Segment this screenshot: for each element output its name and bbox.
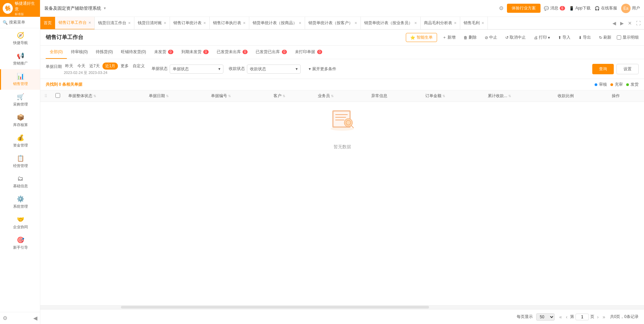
sidebar-item-xinshou[interactable]: 🎯 新手引导 xyxy=(0,233,40,253)
tab-staff-stat[interactable]: 销货单统计表（按业务员） ✕ xyxy=(361,17,421,30)
print-btn[interactable]: 🖨 打印 ▾ xyxy=(531,33,553,42)
unaudit-btn[interactable]: 充审 xyxy=(610,82,623,87)
tab-money-clear[interactable]: 钱货日清对账 ✕ xyxy=(134,17,170,30)
tab-next-btn[interactable]: ▶ xyxy=(619,20,625,27)
message-btn[interactable]: 💬 消息 6 xyxy=(544,5,565,11)
user-btn[interactable]: Ea 用户 xyxy=(621,4,640,13)
sidebar-item-kuaijie[interactable]: 🧭 快捷导航 xyxy=(0,28,40,49)
tab-fullscreen-btn[interactable]: ⛶ xyxy=(635,20,642,27)
topbar-gear-icon[interactable]: ⚙ xyxy=(499,5,504,11)
stop-btn[interactable]: ⊘ 中止 xyxy=(482,33,500,42)
sidebar-item-xitong[interactable]: ⚙️ 系统管理 xyxy=(0,192,40,212)
filter-tab-pending[interactable]: 待审核(0) xyxy=(67,46,92,59)
sidebar-item-zijin[interactable]: 💰 资金管理 xyxy=(0,131,40,151)
add-btn[interactable]: ＋ 新增 xyxy=(440,33,458,42)
date-opt-custom[interactable]: 自定义 xyxy=(131,63,146,70)
tab-sales-profit[interactable]: 销售毛利 ✕ xyxy=(460,17,488,30)
page-prev-btn[interactable]: ‹ xyxy=(565,314,569,320)
scroll-bar-track[interactable] xyxy=(121,306,429,309)
tab-sales-order-close[interactable]: ✕ xyxy=(88,21,91,25)
th-status-sort[interactable]: 单据整体状态 ⇅ xyxy=(68,93,141,99)
industry-btn[interactable]: 体验行业方案 xyxy=(507,4,541,13)
sidebar-item-kucun[interactable]: 📦 库存核算 xyxy=(0,110,40,131)
select-all-checkbox[interactable] xyxy=(55,93,60,98)
date-opt-today[interactable]: 今天 xyxy=(76,63,87,70)
th-checkbox[interactable] xyxy=(51,90,64,102)
th-cumulative-sort[interactable]: 累计收款... ⇅ xyxy=(488,93,550,99)
app-download-btn[interactable]: 📱 App下载 xyxy=(569,5,591,11)
tab-prev-btn[interactable]: ◀ xyxy=(611,20,617,27)
filter-tab-pick[interactable]: 待拣货(0) xyxy=(92,46,117,59)
tab-staff-stat-close[interactable]: ✕ xyxy=(414,21,417,25)
page-first-btn[interactable]: « xyxy=(558,314,563,320)
th-staff-sort[interactable]: 业务员 ⇅ xyxy=(318,93,363,99)
smart-create-btn[interactable]: ⭐ 智能生单 xyxy=(406,33,437,42)
show-detail-input[interactable] xyxy=(617,35,621,40)
page-number-input[interactable] xyxy=(575,314,589,320)
tab-profit[interactable]: 商品毛利分析表 ✕ xyxy=(421,17,460,30)
tab-sales-profit-close[interactable]: ✕ xyxy=(481,21,484,25)
page-size-select[interactable]: 50 10 20 100 xyxy=(536,313,555,321)
filter-payment-select[interactable]: 收款状态 ▾ xyxy=(247,65,301,74)
tab-money-day[interactable]: 钱货日清工作台 ✕ xyxy=(95,17,134,30)
search-menu[interactable]: 🔍 搜索菜单 xyxy=(0,17,40,28)
filter-tab-unprinted[interactable]: 未打印单据 0 xyxy=(291,46,326,59)
show-detail-checkbox[interactable]: 显示明细 xyxy=(617,35,639,40)
audit-btn[interactable]: 审核 xyxy=(595,82,607,87)
filter-tab-all[interactable]: 全部(0) xyxy=(46,46,67,59)
date-opt-1month[interactable]: 近1月 xyxy=(102,63,118,70)
expand-conditions-btn[interactable]: ▾ 展开更多条件 xyxy=(306,65,339,73)
tab-customer-stat-close[interactable]: ✕ xyxy=(354,21,357,25)
sidebar-item-jichu[interactable]: 🗂 基础信息 xyxy=(0,172,40,192)
tab-close-all-btn[interactable]: ✕ xyxy=(627,20,633,27)
print-arrow[interactable]: ▾ xyxy=(548,35,550,40)
collapse-icon[interactable]: ◀ xyxy=(33,315,37,321)
topbar-dropdown-arrow[interactable]: ▼ xyxy=(103,6,106,10)
filter-status-select[interactable]: 单据状态 ▾ xyxy=(170,65,223,74)
page-last-btn[interactable]: » xyxy=(601,314,607,320)
filter-tab-sent-no-out[interactable]: 已发货未出库 0 xyxy=(213,46,252,59)
scroll-bar-area[interactable] xyxy=(40,305,644,309)
sidebar-item-jingying[interactable]: 📋 经营管理 xyxy=(0,151,40,172)
tab-sales-stat[interactable]: 销售订单统计表 ✕ xyxy=(170,17,210,30)
sidebar-item-caigou[interactable]: 🛒 采购管理 xyxy=(0,90,40,110)
date-opt-more[interactable]: 更多 xyxy=(119,63,130,70)
topbar-right: 💬 消息 6 📱 App下载 🎧 在线客服 Ea 用户 xyxy=(544,4,640,13)
date-opt-7days[interactable]: 近7天 xyxy=(88,63,101,70)
delete-btn[interactable]: 🗑 删除 xyxy=(461,33,479,42)
sidebar-item-qiye[interactable]: 🤝 企业协同 xyxy=(0,212,40,233)
tab-money-clear-close[interactable]: ✕ xyxy=(164,21,166,25)
sidebar-item-xiaoshou[interactable]: 📊 销售管理 xyxy=(0,69,40,90)
th-date-sort[interactable]: 单据日期 ⇅ xyxy=(149,93,203,99)
filter-tab-overdue[interactable]: 到期未发货 0 xyxy=(177,46,213,59)
filter-tab-wangpu[interactable]: 旺铺待发货(0) xyxy=(117,46,150,59)
filter-tab-unsent[interactable]: 未发货 0 xyxy=(150,46,177,59)
page-next-btn[interactable]: › xyxy=(596,314,600,320)
ship-btn[interactable]: 发货 xyxy=(626,82,639,87)
set-btn[interactable]: 设置 xyxy=(616,64,639,74)
tab-sales-exec-close[interactable]: ✕ xyxy=(243,21,246,25)
th-amount-sort[interactable]: 订单金额 ⇅ xyxy=(425,93,480,99)
th-number-sort[interactable]: 单据编号 ⇅ xyxy=(211,93,265,99)
filter-tab-sent-out[interactable]: 已发货已出库 0 xyxy=(252,46,291,59)
tab-sales-stat-close[interactable]: ✕ xyxy=(203,21,206,25)
tab-sales-order[interactable]: 销售订单工作台 ✕ xyxy=(55,17,95,30)
tab-customer-stat[interactable]: 销货单统计表（按客户） ✕ xyxy=(305,17,361,30)
sidebar-item-yingxiao[interactable]: 📢 营销推广 xyxy=(0,49,40,69)
export-btn[interactable]: ⬇ 导出 xyxy=(576,33,594,42)
online-service-btn[interactable]: 🎧 在线客服 xyxy=(595,5,617,11)
tab-money-day-close[interactable]: ✕ xyxy=(128,21,131,25)
refresh-btn[interactable]: ↻ 刷新 xyxy=(596,33,614,42)
settings-icon[interactable]: ⚙ xyxy=(3,315,7,321)
cancel-stop-btn[interactable]: ↺ 取消中止 xyxy=(503,33,528,42)
user-avatar: Ea xyxy=(621,4,631,13)
tab-goods-stat-close[interactable]: ✕ xyxy=(299,21,301,25)
tab-sales-exec[interactable]: 销售订单执行表 ✕ xyxy=(210,17,249,30)
th-customer-sort[interactable]: 客户 ⇅ xyxy=(273,93,310,99)
query-btn[interactable]: 查询 xyxy=(592,64,614,74)
import-btn[interactable]: ⬆ 导入 xyxy=(555,33,573,42)
tab-home[interactable]: 首页 xyxy=(40,17,55,30)
tab-profit-close[interactable]: ✕ xyxy=(454,21,457,25)
date-opt-yesterday[interactable]: 昨天 xyxy=(64,63,75,70)
tab-goods-stat[interactable]: 销货单统计表（按商品） ✕ xyxy=(249,17,305,30)
